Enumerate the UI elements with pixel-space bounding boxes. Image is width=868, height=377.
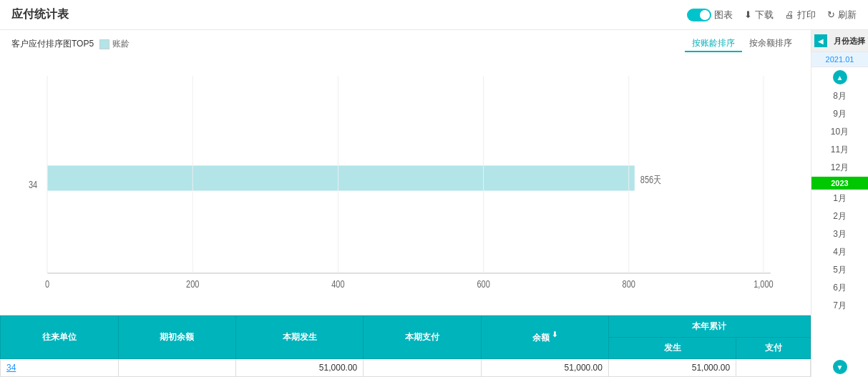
td-unit[interactable]: 34 [1, 359, 119, 377]
legend-box-label: 账龄 [112, 38, 130, 50]
sidebar-current-date: 2021.01 [811, 52, 868, 67]
month-item[interactable]: 3月 [811, 225, 868, 243]
th-ytd-group: 本年累计 [608, 316, 810, 338]
sidebar-nav-down-button[interactable]: ▼ [833, 360, 847, 374]
refresh-button[interactable]: ↻ 刷新 [827, 9, 857, 21]
legend-item: 账龄 [99, 38, 130, 50]
svg-text:200: 200 [186, 279, 199, 290]
td-opening-balance [118, 359, 236, 377]
svg-text:400: 400 [331, 279, 344, 290]
sidebar-title: 月份选择 [834, 36, 865, 46]
svg-text:1,000: 1,000 [754, 279, 774, 290]
month-item[interactable]: 2月 [811, 207, 868, 225]
th-ytd-occurrence: 发生 [608, 338, 736, 359]
month-sidebar: ◀ 月份选择 2021.01 ▲ 8月9月10月11月12月20231月2月3月… [811, 30, 868, 377]
header-actions: 图表 ⬇ 下载 🖨 打印 ↻ 刷新 [687, 9, 857, 21]
td-period-payment [364, 359, 482, 377]
td-balance: 51,000.00 [481, 359, 608, 377]
svg-text:856天: 856天 [640, 175, 661, 185]
td-period-occurrence: 51,000.00 [236, 359, 364, 377]
toggle-switch-icon[interactable] [687, 9, 711, 21]
month-item[interactable]: 12月 [811, 159, 868, 177]
th-period-occurrence: 本期发生 [236, 316, 364, 359]
sidebar-collapse-button[interactable]: ◀ [814, 34, 827, 47]
sidebar-nav-up-button[interactable]: ▲ [833, 70, 847, 84]
chart-toggle[interactable]: 图表 [687, 9, 733, 21]
month-item[interactable]: 8月 [811, 87, 868, 105]
td-ytd-payment [736, 359, 811, 377]
month-item[interactable]: 4月 [811, 243, 868, 261]
refresh-label: 刷新 [838, 9, 857, 21]
chart-area: 34 856天 0 200 400 600 800 1,000 [0, 58, 811, 315]
month-item[interactable]: 1月 [811, 190, 868, 207]
legend-box-icon [99, 39, 109, 49]
refresh-icon: ↻ [827, 9, 835, 20]
th-period-payment: 本期支付 [364, 316, 482, 359]
data-table: 往来单位 期初余额 本期发生 本期支付 余额 ⬇ 本年累计 发生 [0, 315, 811, 377]
legend-title: 客户应付排序图TOP5 [11, 38, 94, 50]
data-table-section: 往来单位 期初余额 本期发生 本期支付 余额 ⬇ 本年累计 发生 [0, 315, 811, 377]
month-item[interactable]: 6月 [811, 279, 868, 297]
svg-text:0: 0 [45, 279, 49, 290]
page-title: 应付统计表 [11, 7, 69, 22]
th-balance: 余额 ⬇ [481, 316, 608, 359]
sort-by-age-button[interactable]: 按账龄排序 [685, 36, 742, 52]
sidebar-months-list: 8月9月10月11月12月20231月2月3月4月5月6月7月 [811, 87, 868, 357]
month-item[interactable]: 9月 [811, 105, 868, 123]
svg-text:34: 34 [29, 180, 37, 190]
download-button[interactable]: ⬇ 下载 [744, 9, 774, 21]
print-icon: 🖨 [785, 9, 794, 20]
th-ytd-payment: 支付 [736, 338, 811, 359]
print-label: 打印 [797, 9, 816, 21]
download-icon: ⬇ [744, 9, 752, 20]
svg-rect-1 [47, 165, 635, 190]
month-item[interactable]: 5月 [811, 261, 868, 279]
sidebar-header: ◀ 月份选择 [811, 30, 868, 52]
th-unit: 往来单位 [1, 316, 119, 359]
svg-text:800: 800 [623, 279, 635, 290]
chart-sort-buttons: 按账龄排序 按余额排序 [685, 36, 799, 52]
print-button[interactable]: 🖨 打印 [785, 9, 816, 21]
month-item[interactable]: 2023 [811, 177, 868, 190]
td-ytd-occurrence: 51,000.00 [608, 359, 736, 377]
download-label: 下载 [755, 9, 774, 21]
sort-by-balance-button[interactable]: 按余额排序 [742, 36, 799, 52]
month-item[interactable]: 7月 [811, 297, 868, 315]
th-opening-balance: 期初余额 [118, 316, 236, 359]
chart-header: 客户应付排序图TOP5 账龄 按账龄排序 按余额排序 [0, 30, 811, 58]
svg-text:600: 600 [477, 279, 489, 290]
chart-legend: 客户应付排序图TOP5 账龄 [11, 38, 130, 50]
bar-chart: 34 856天 0 200 400 600 800 1,000 [11, 58, 799, 309]
month-item[interactable]: 10月 [811, 123, 868, 141]
month-item[interactable]: 11月 [811, 141, 868, 159]
chart-label: 图表 [714, 9, 733, 21]
table-row: 34 51,000.00 51,000.00 51,000.00 [1, 359, 811, 377]
